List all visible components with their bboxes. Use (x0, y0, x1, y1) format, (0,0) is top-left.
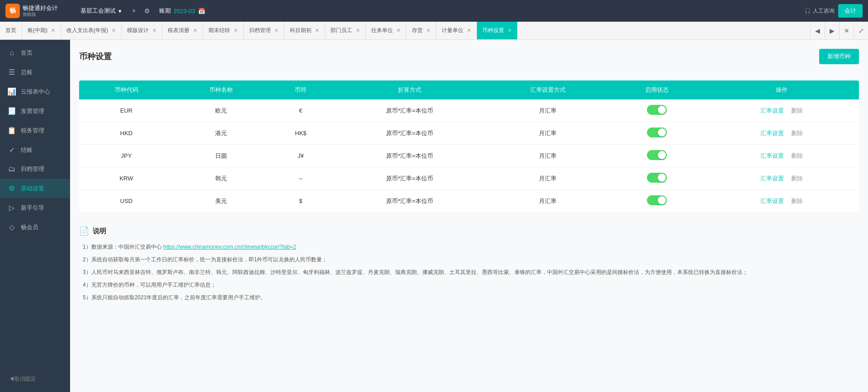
tab-close-contacts[interactable]: ✕ (396, 28, 401, 33)
toggle-1[interactable] (647, 128, 667, 137)
cell-symbol-2: J¥ (268, 145, 333, 167)
cell-code-1: HKD (79, 122, 174, 145)
toggle-track-4[interactable] (647, 195, 667, 205)
tab-period-end[interactable]: 期末结转 ✕ (203, 22, 244, 39)
cell-rate-type-4: 月汇率 (486, 190, 610, 213)
rate-setting-link-4[interactable]: 汇率设置 (760, 198, 784, 204)
delete-link-2[interactable]: 删除 (791, 152, 803, 159)
cell-action-3: 汇率设置 删除 (704, 167, 859, 190)
tab-close-currency[interactable]: ✕ (508, 28, 512, 33)
delete-link-0[interactable]: 删除 (791, 107, 803, 114)
sidebar-item-home[interactable]: ⌂ 首页 (0, 43, 70, 62)
checkout-icon: ✓ (7, 146, 16, 154)
tab-home[interactable]: 首页 (0, 22, 22, 39)
delete-link-3[interactable]: 删除 (791, 175, 803, 182)
tab-template[interactable]: 模版设计 ✕ (122, 22, 162, 39)
col-symbol: 币符 (268, 80, 333, 99)
tab-inventory[interactable]: 存货 ✕ (406, 22, 436, 39)
tab-period[interactable]: 账(中期) ✕ (22, 22, 61, 39)
pin-button[interactable]: ◀取消固定 (5, 372, 65, 387)
tab-archive[interactable]: 归档管理 ✕ (244, 22, 284, 39)
toggle-track-1[interactable] (647, 128, 667, 137)
sidebar-item-guide[interactable]: ▷ 新手引导 (0, 198, 70, 217)
notes-link[interactable]: https://www.chinamoney.com.cn/chinese/bk… (163, 244, 296, 250)
cell-toggle-4[interactable] (610, 190, 704, 213)
cell-name-0: 欧元 (174, 99, 268, 122)
tab-close-income[interactable]: ✕ (112, 28, 116, 33)
cell-toggle-2[interactable] (610, 145, 704, 167)
cell-rate-type-1: 月汇率 (486, 122, 610, 145)
delete-link-4[interactable]: 删除 (791, 198, 803, 204)
delete-link-1[interactable]: 删除 (791, 130, 803, 137)
tab-next-btn[interactable]: ▶ (825, 22, 839, 40)
archive-icon: 🗂 (7, 165, 16, 173)
tab-contacts[interactable]: 往来单位 ✕ (366, 22, 406, 39)
tab-dept[interactable]: 部门员工 ✕ (325, 22, 366, 39)
tab-close-period-end[interactable]: ✕ (234, 28, 238, 33)
toggle-4[interactable] (647, 195, 667, 205)
toggle-2[interactable] (647, 150, 667, 160)
tab-close-unit[interactable]: ✕ (467, 28, 471, 33)
tab-navigation: ◀ ▶ ✕ ⤢ (810, 22, 868, 40)
tab-prev-btn[interactable]: ◀ (810, 22, 825, 40)
tab-close-tax[interactable]: ✕ (193, 28, 197, 33)
content-area: 币种设置 新增币种 币种代码 币种名称 币符 折算方式 汇率设置方式 启用状态 … (70, 40, 868, 392)
tab-close-period[interactable]: ✕ (51, 28, 55, 33)
app-logo: 畅 (5, 4, 20, 18)
help-button[interactable]: 🎧 人工咨询 (804, 7, 835, 15)
app-version: 旗舰版 (23, 12, 58, 17)
basic-icon: ⚙ (7, 184, 16, 193)
cell-rate-type-0: 月汇率 (486, 99, 610, 122)
cell-calc-2: 原币*汇率=本位币 (333, 145, 486, 167)
sidebar-item-archive[interactable]: 🗂 归档管理 (0, 160, 70, 179)
toggle-track-2[interactable] (647, 150, 667, 160)
cell-calc-0: 原币*汇率=本位币 (333, 99, 486, 122)
account-button[interactable]: 会计 (838, 4, 863, 18)
tab-tax[interactable]: 税表清册 ✕ (162, 22, 203, 39)
sidebar-item-ledger[interactable]: ☰ 总账 (0, 62, 70, 82)
tab-close-template[interactable]: ✕ (152, 28, 156, 33)
toggle-thumb-4 (658, 196, 666, 204)
company-selector[interactable]: 基层工会测试 ▾ (77, 5, 125, 17)
sidebar-item-checkout[interactable]: ✓ 结账 (0, 140, 70, 160)
sidebar-item-invoice[interactable]: 🧾 发票管理 (0, 101, 70, 121)
tab-close-inventory[interactable]: ✕ (426, 28, 430, 33)
rate-setting-link-2[interactable]: 汇率设置 (760, 152, 784, 159)
toggle-0[interactable] (647, 105, 667, 115)
sidebar-item-member[interactable]: ◇ 畅会员 (0, 217, 70, 237)
tab-subjects[interactable]: 科目期初 ✕ (284, 22, 325, 39)
cell-toggle-0[interactable] (610, 99, 704, 122)
tab-unit[interactable]: 计量单位 ✕ (436, 22, 477, 39)
period-area: 账期 2023-03 📅 (159, 7, 205, 15)
cell-calc-1: 原币*汇率=本位币 (333, 122, 486, 145)
table-body: EUR 欧元 € 原币*汇率=本位币 月汇率 汇率设置 删除 HKD 港元 HK… (79, 99, 859, 213)
tab-close-archive[interactable]: ✕ (274, 28, 278, 33)
tab-close-dept[interactable]: ✕ (356, 28, 360, 33)
period-value[interactable]: 2023-03 (174, 8, 195, 14)
cell-toggle-3[interactable] (610, 167, 704, 190)
cell-action-2: 汇率设置 删除 (704, 145, 859, 167)
settings-icon[interactable]: ⚙ (142, 5, 152, 16)
new-currency-button[interactable]: 新增币种 (819, 49, 859, 64)
rate-setting-link-1[interactable]: 汇率设置 (760, 130, 784, 137)
cell-toggle-1[interactable] (610, 122, 704, 145)
tab-close-all-btn[interactable]: ✕ (839, 22, 854, 40)
add-tab-icon[interactable]: ＋ (129, 5, 139, 17)
toggle-thumb-1 (658, 128, 666, 137)
tab-income[interactable]: 收入支出表(年报) ✕ (61, 22, 122, 39)
rate-setting-link-0[interactable]: 汇率设置 (760, 107, 784, 114)
sidebar-item-basic[interactable]: ⚙ 基础设置 (0, 179, 70, 198)
calendar-icon[interactable]: 📅 (198, 8, 205, 14)
toggle-3[interactable] (647, 173, 667, 183)
tab-close-subjects[interactable]: ✕ (315, 28, 319, 33)
sidebar-item-reports[interactable]: 📊 云报表中心 (0, 82, 70, 101)
tab-currency[interactable]: 币种设置 ✕ (477, 22, 518, 39)
cell-rate-type-2: 月汇率 (486, 145, 610, 167)
sidebar-item-tax[interactable]: 📋 税务管理 (0, 121, 70, 140)
cell-name-4: 美元 (174, 190, 268, 213)
toggle-track-0[interactable] (647, 105, 667, 115)
cell-symbol-3: -- (268, 167, 333, 190)
toggle-track-3[interactable] (647, 173, 667, 183)
rate-setting-link-3[interactable]: 汇率设置 (760, 175, 784, 182)
tab-maximize-btn[interactable]: ⤢ (854, 22, 868, 40)
